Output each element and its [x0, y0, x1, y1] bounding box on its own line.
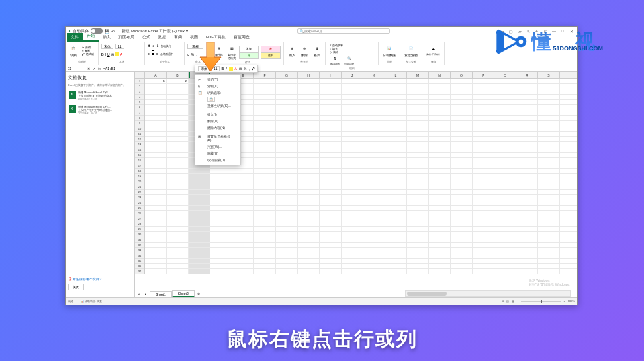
cell[interactable] [210, 174, 232, 179]
cell[interactable] [320, 243, 342, 247]
cell[interactable] [298, 206, 320, 210]
cell[interactable] [254, 147, 276, 152]
cell[interactable] [451, 116, 473, 120]
cell[interactable] [363, 184, 385, 189]
format-btn[interactable]: ⬍格式 [312, 44, 322, 58]
menu-unhide[interactable]: 取消隐藏(U) [195, 157, 240, 163]
cell[interactable] [494, 100, 516, 104]
cell[interactable] [385, 132, 407, 136]
cell[interactable] [167, 126, 189, 131]
cell[interactable] [254, 137, 276, 141]
cell[interactable] [167, 184, 189, 189]
cell[interactable] [298, 269, 320, 274]
table-format-button[interactable]: ▦套用表格格式 [226, 44, 237, 60]
cell[interactable] [385, 206, 407, 210]
cell[interactable] [363, 200, 385, 205]
cell[interactable] [298, 142, 320, 147]
cell[interactable] [516, 190, 538, 194]
cell[interactable] [210, 206, 232, 210]
cell[interactable] [538, 84, 560, 89]
cell[interactable] [407, 169, 429, 173]
cell[interactable] [451, 227, 473, 231]
cell[interactable] [429, 221, 451, 226]
cell[interactable] [538, 264, 560, 268]
col-A[interactable]: A [145, 72, 167, 78]
cell[interactable] [385, 237, 407, 242]
autosave-toggle[interactable] [91, 28, 103, 34]
cell[interactable] [429, 169, 451, 173]
cell[interactable] [473, 227, 494, 231]
cell[interactable] [167, 232, 189, 237]
cell[interactable] [254, 153, 276, 157]
cell[interactable] [429, 264, 451, 268]
cell[interactable] [473, 153, 494, 157]
cell[interactable] [254, 259, 276, 263]
cell[interactable] [145, 253, 167, 258]
add-sheet-button[interactable]: ⊕ [195, 290, 203, 297]
cell[interactable] [189, 221, 210, 226]
cell[interactable] [363, 132, 385, 136]
cell[interactable] [276, 121, 298, 126]
cell[interactable] [473, 174, 494, 179]
cell[interactable] [298, 169, 320, 173]
cell[interactable] [429, 211, 451, 216]
cell[interactable] [276, 269, 298, 274]
cell[interactable] [254, 105, 276, 110]
cell[interactable] [451, 216, 473, 221]
font-size[interactable]: 11 [115, 44, 124, 49]
cell[interactable] [429, 147, 451, 152]
cell[interactable] [407, 243, 429, 247]
cell[interactable] [254, 132, 276, 136]
cell[interactable] [167, 179, 189, 184]
cell[interactable] [167, 89, 189, 94]
cell[interactable] [167, 137, 189, 141]
cell[interactable] [145, 95, 167, 99]
cell[interactable] [385, 269, 407, 274]
cell[interactable] [342, 227, 363, 231]
cell[interactable] [363, 116, 385, 120]
cell[interactable] [363, 174, 385, 179]
cell[interactable] [429, 174, 451, 179]
cell[interactable] [320, 232, 342, 237]
cell[interactable] [145, 269, 167, 274]
scrollbar-thumb[interactable] [407, 292, 447, 296]
cell[interactable] [473, 126, 494, 131]
cell[interactable] [298, 227, 320, 231]
cell[interactable] [167, 259, 189, 263]
cell[interactable] [494, 126, 516, 131]
cell[interactable] [342, 206, 363, 210]
cell[interactable] [385, 195, 407, 200]
cell[interactable] [473, 95, 494, 99]
cell[interactable] [494, 195, 516, 200]
cell[interactable] [298, 147, 320, 152]
row-33[interactable]: 33 [135, 248, 144, 253]
cell[interactable] [494, 216, 516, 221]
cell[interactable] [516, 95, 538, 99]
cell[interactable] [494, 153, 516, 157]
cell[interactable] [276, 158, 298, 163]
cell[interactable] [451, 253, 473, 258]
cell[interactable] [320, 190, 342, 194]
cell[interactable] [407, 174, 429, 179]
cell[interactable] [342, 179, 363, 184]
cell[interactable] [145, 232, 167, 237]
cell[interactable] [167, 243, 189, 247]
cell[interactable] [407, 195, 429, 200]
cell[interactable] [298, 100, 320, 104]
cell[interactable] [473, 269, 494, 274]
cell[interactable] [494, 79, 516, 83]
cell[interactable] [210, 184, 232, 189]
fill-color-icon[interactable] [115, 52, 119, 56]
cell[interactable] [494, 190, 516, 194]
cell[interactable] [254, 89, 276, 94]
cell[interactable] [429, 269, 451, 274]
cell[interactable] [385, 184, 407, 189]
cell[interactable] [276, 221, 298, 226]
cell[interactable] [429, 227, 451, 231]
cell[interactable] [298, 259, 320, 263]
cell[interactable] [320, 206, 342, 210]
cell[interactable] [429, 132, 451, 136]
cell[interactable] [298, 200, 320, 205]
row-2[interactable]: 2 [135, 84, 144, 89]
cell[interactable] [254, 169, 276, 173]
